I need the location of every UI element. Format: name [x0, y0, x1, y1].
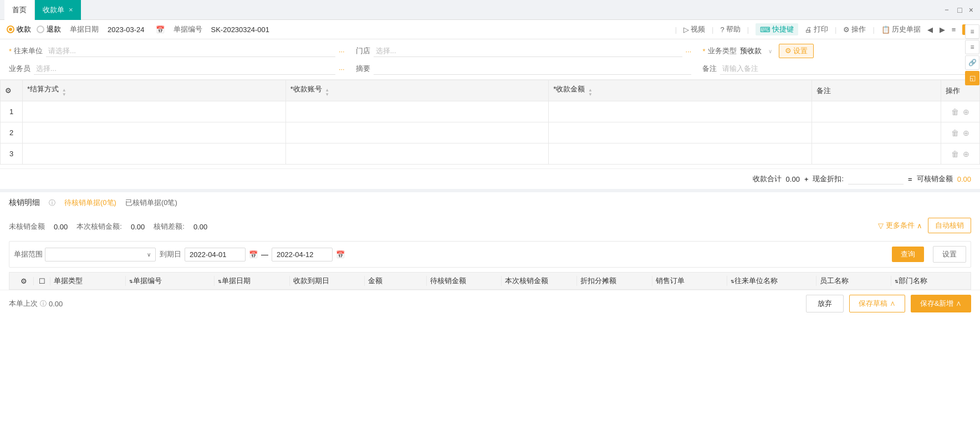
range-select[interactable]: [45, 248, 156, 261]
verify-filter-row: ▽ 更多条件 ∧ 自动核销: [878, 216, 971, 238]
save-draft-btn[interactable]: 保存草稿 ∧: [849, 295, 905, 312]
date-to-input[interactable]: [272, 248, 333, 261]
verify-settings-btn[interactable]: 设置: [933, 246, 966, 263]
tab-close-icon[interactable]: ×: [69, 6, 73, 14]
summary-input[interactable]: [374, 63, 692, 75]
discount-input[interactable]: [848, 173, 904, 184]
row-1-note[interactable]: [812, 101, 941, 122]
tab-home[interactable]: 首页: [4, 0, 35, 20]
th-settings[interactable]: ⚙: [1, 80, 23, 101]
type-radio-group: 收款 退款: [7, 24, 61, 34]
list-view-btn[interactable]: ≡: [952, 25, 956, 34]
more-conditions-btn[interactable]: ▽ 更多条件 ∧: [878, 221, 922, 230]
settings-icon: ⚙: [785, 47, 792, 55]
note-field: 备注: [702, 63, 971, 75]
row-2-ops: 🗑 ⊕: [941, 122, 980, 143]
minimize-icon[interactable]: －: [941, 4, 953, 16]
row-2-delete-icon[interactable]: 🗑: [951, 129, 959, 137]
print-btn[interactable]: 🖨 打印: [805, 24, 828, 34]
tab-pending[interactable]: 待核销单据(0笔): [64, 198, 116, 208]
row-3-note[interactable]: [812, 143, 941, 165]
btcol-checkbox[interactable]: ☐: [34, 277, 50, 285]
unchecked-label: 未核销金额: [9, 222, 45, 232]
sidebar-link-icon[interactable]: 🔗: [965, 55, 979, 70]
partner-more-icon[interactable]: ···: [339, 47, 345, 55]
shortcut-btn[interactable]: ⌨ 快捷键: [756, 23, 798, 35]
footer-right: 放弃 保存草稿 ∧ 保存&新增 ∧: [806, 295, 971, 312]
row-2-amount[interactable]: [549, 122, 812, 143]
btcol-doc-num: ⇅单据编号: [126, 276, 215, 286]
calendar-from-icon[interactable]: 📅: [249, 250, 258, 259]
note-input[interactable]: [720, 63, 971, 75]
tab-shoukuan[interactable]: 收款单 ×: [35, 0, 81, 20]
staff-input[interactable]: [34, 63, 335, 75]
calendar-to-icon[interactable]: 📅: [336, 250, 345, 259]
video-btn[interactable]: ▷ 视频: [683, 24, 705, 34]
row-2-pay-method[interactable]: [23, 122, 286, 143]
partner-required: *: [9, 47, 12, 55]
row-1-delete-icon[interactable]: 🗑: [951, 107, 959, 116]
sort-account[interactable]: ▲▼: [325, 88, 329, 97]
sidebar-btn-1[interactable]: ≡: [965, 24, 979, 39]
row-2-account[interactable]: [285, 122, 549, 143]
row-2-note[interactable]: [812, 122, 941, 143]
available-label: 可核销金额: [917, 174, 953, 184]
number-label: 单据编号: [173, 24, 202, 34]
date-from-input[interactable]: [185, 248, 246, 261]
radio-tuikuan-label: 退款: [47, 24, 61, 34]
verify-header: 核销明细 ⓘ 待核销单据(0笔) 已核销单据(0笔): [9, 198, 971, 208]
range-select-container: 单据范围 ∨: [14, 248, 151, 261]
operations-icon: ⚙: [843, 25, 850, 34]
row-1-amount[interactable]: [549, 101, 812, 122]
verify-info-icon[interactable]: ⓘ: [49, 198, 55, 208]
radio-tuikuan[interactable]: 退款: [37, 24, 61, 34]
row-3-copy-icon[interactable]: ⊕: [963, 150, 969, 158]
tab-home-label: 首页: [12, 5, 27, 15]
row-3-delete-icon[interactable]: 🗑: [951, 150, 959, 158]
row-1-ops: 🗑 ⊕: [941, 101, 980, 122]
row-3-amount[interactable]: [549, 143, 812, 165]
close-window-icon[interactable]: ×: [967, 4, 976, 16]
tab-done[interactable]: 已核销单据(0笔): [125, 198, 177, 208]
settings-btn[interactable]: ⚙ 设置: [779, 44, 814, 58]
next-record-btn[interactable]: ▶: [940, 25, 945, 34]
row-1-copy-icon[interactable]: ⊕: [963, 107, 969, 116]
toolbar: 收款 退款 单据日期 2023-03-24 📅 单据编号 SK-20230324…: [0, 20, 980, 39]
abandon-btn[interactable]: 放弃: [806, 295, 844, 312]
store-more-icon[interactable]: ···: [686, 47, 692, 55]
calendar-icon[interactable]: 📅: [156, 25, 165, 34]
tab-bar: 首页 收款单 × － □ ×: [0, 0, 980, 20]
bottom-table-header: ⚙ ☐ 单据类型 ⇅单据编号 ⇅单据日期 收款到期日 金额 待核销金额 本次核销…: [9, 272, 971, 290]
equals-sign: =: [908, 175, 912, 183]
row-1-account[interactable]: [285, 101, 549, 122]
auto-verify-btn[interactable]: 自动核销: [928, 218, 971, 233]
sidebar-active-btn[interactable]: ◱: [965, 71, 979, 85]
btype-dropdown-icon[interactable]: ∨: [768, 48, 772, 54]
staff-more-icon[interactable]: ···: [339, 65, 345, 73]
save-new-btn[interactable]: 保存&新增 ∧: [911, 295, 971, 312]
btype-value: 预收款: [740, 46, 762, 56]
footer-info-icon[interactable]: ⓘ: [40, 299, 47, 309]
row-1-pay-method[interactable]: [23, 101, 286, 122]
date-separator: —: [261, 250, 268, 259]
btcol-settings[interactable]: ⚙: [14, 277, 34, 285]
this-time-label: 本次核销金额:: [76, 222, 122, 232]
radio-shoukuan[interactable]: 收款: [7, 24, 31, 34]
summary-label: 摘要: [356, 64, 370, 74]
sort-pay-method[interactable]: ▲▼: [62, 88, 67, 97]
operations-btn[interactable]: ⚙ 操作: [843, 24, 866, 34]
btcol-due-date: 收款到期日: [290, 276, 365, 286]
sidebar-btn-2[interactable]: ≡: [965, 40, 979, 54]
prev-record-btn[interactable]: ◀: [927, 25, 933, 34]
history-btn[interactable]: 📋 历史单据: [881, 24, 921, 34]
partner-field: * 往来单位 ···: [9, 45, 345, 57]
sort-amount[interactable]: ▲▼: [588, 88, 593, 97]
partner-input[interactable]: [46, 45, 335, 57]
help-btn[interactable]: ? 帮助: [720, 24, 740, 34]
query-btn[interactable]: 查询: [892, 247, 924, 262]
row-3-pay-method[interactable]: [23, 143, 286, 165]
row-3-account[interactable]: [285, 143, 549, 165]
store-input[interactable]: [374, 45, 682, 57]
row-2-copy-icon[interactable]: ⊕: [963, 129, 969, 137]
maximize-icon[interactable]: □: [955, 4, 964, 16]
